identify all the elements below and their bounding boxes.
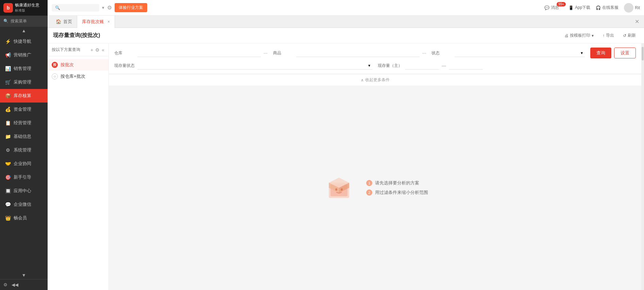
filter-bar: 仓库 ··· 商品 ··· 状态 ▾ bbox=[109, 43, 641, 74]
sidebar-item-label: 企业协同 bbox=[14, 161, 31, 167]
right-scrollbar[interactable] bbox=[641, 43, 644, 290]
status-select[interactable]: ▾ bbox=[455, 49, 585, 57]
finance-icon: 💰 bbox=[5, 106, 11, 112]
product-input[interactable] bbox=[296, 49, 420, 57]
add-scheme-btn[interactable]: + bbox=[90, 47, 93, 53]
sidebar-item-label: 新手引导 bbox=[14, 174, 31, 180]
scroll-down-btn[interactable]: ▼ bbox=[0, 271, 48, 279]
sidebar-item-quick-nav[interactable]: ⚡ 快捷导航 bbox=[0, 35, 48, 48]
left-panel-header-actions: + ⚙ « bbox=[90, 47, 104, 53]
topbar-search-box[interactable]: 🔍 bbox=[52, 4, 99, 12]
topbar-search-icon: 🔍 bbox=[55, 5, 60, 10]
collapse-label: 收起更多条件 bbox=[365, 77, 390, 83]
warehouse-input[interactable] bbox=[137, 49, 261, 57]
purchase-icon: 🛒 bbox=[5, 79, 11, 85]
sidebar-item-inventory[interactable]: 📦 库存核算 bbox=[0, 89, 48, 103]
sidebar-item-label: 资金管理 bbox=[14, 106, 31, 112]
export-label: 导出 bbox=[606, 33, 614, 38]
empty-state-inner: 1 请先选择要分析的方案 2 用过滤条件来缩小分析范围 bbox=[322, 171, 428, 205]
collapse-icon: ∧ bbox=[361, 78, 364, 83]
empty-state: 1 请先选择要分析的方案 2 用过滤条件来缩小分析范围 bbox=[109, 86, 641, 290]
sidebar-item-basic-info[interactable]: 📁 基础信息 bbox=[0, 130, 48, 143]
setting-button[interactable]: 设置 bbox=[614, 48, 636, 58]
sidebar-item-system[interactable]: ⚙ 系统管理 bbox=[0, 143, 48, 157]
sidebar-search[interactable]: 🔍 搜索菜单 bbox=[0, 16, 48, 27]
tab-close-btn[interactable]: × bbox=[107, 19, 110, 24]
topbar: 🔍 ▾ ⚙ 体验行业方案 💬 消息 99+ 📱 App下载 🎧 在线客服 Ri bbox=[48, 0, 644, 16]
tab-inventory-batch[interactable]: 库存批次账 × bbox=[77, 16, 115, 28]
tab-active-label: 库存批次账 bbox=[82, 19, 104, 25]
topbar-right: 💬 消息 99+ 📱 App下载 🎧 在线客服 Rit bbox=[544, 3, 640, 13]
product-filter-label: 商品 bbox=[273, 50, 293, 56]
sidebar-item-sales[interactable]: 📊 销售管理 bbox=[0, 62, 48, 75]
user-area[interactable]: Rit bbox=[624, 3, 640, 13]
empty-tip-1: 1 请先选择要分析的方案 bbox=[366, 180, 428, 186]
page-title: 现存量查询(按批次) bbox=[53, 32, 100, 39]
left-panel-list: 按 按批次 ○ 按仓库+批次 bbox=[48, 56, 108, 290]
tab-panel-close-btn[interactable]: ✕ bbox=[630, 18, 644, 25]
warehouse-filter: 仓库 ··· bbox=[114, 49, 268, 57]
tip-text-1: 请先选择要分析的方案 bbox=[375, 180, 419, 186]
online-service-label: 在线客服 bbox=[602, 5, 618, 11]
app-download-btn[interactable]: 📱 App下载 bbox=[569, 5, 590, 11]
inventory-qty-to[interactable] bbox=[449, 62, 483, 70]
sidebar-item-operations[interactable]: 📋 经营管理 bbox=[0, 116, 48, 130]
sidebar-item-newbie[interactable]: 🎯 新手引导 bbox=[0, 170, 48, 184]
content-area: 按以下方案查询 + ⚙ « 按 按批次 ○ 按 bbox=[48, 43, 644, 290]
sales-icon: 📊 bbox=[5, 66, 11, 72]
filter-row-1: 仓库 ··· 商品 ··· 状态 ▾ bbox=[114, 48, 636, 58]
brand-info: 畅康通好生意 标准版 bbox=[15, 3, 39, 13]
app-logo: b bbox=[3, 3, 13, 13]
sidebar-item-member[interactable]: 👑 畅会员 bbox=[0, 211, 48, 225]
online-service-btn[interactable]: 🎧 在线客服 bbox=[596, 5, 618, 11]
warehouse-dots[interactable]: ··· bbox=[264, 50, 268, 56]
search-icon: 🔍 bbox=[3, 19, 9, 23]
quick-nav-icon: ⚡ bbox=[5, 38, 11, 44]
print-icon: 🖨 bbox=[564, 33, 569, 38]
sidebar-item-enterprise[interactable]: 🤝 企业协同 bbox=[0, 157, 48, 170]
list-item-warehouse-batch[interactable]: ○ 按仓库+批次 bbox=[48, 71, 108, 82]
search-label: 搜索菜单 bbox=[11, 18, 27, 24]
tab-home[interactable]: 🏠 首页 bbox=[51, 16, 77, 28]
scroll-up-btn[interactable]: ▲ bbox=[0, 27, 48, 35]
product-filter: 商品 ··· bbox=[273, 49, 426, 57]
tabbar: 🏠 首页 库存批次账 × ✕ bbox=[48, 16, 644, 28]
collapse-more-btn[interactable]: ∧ 收起更多条件 bbox=[109, 74, 641, 86]
footer-settings-btn[interactable]: ⚙ bbox=[3, 282, 7, 287]
product-dots[interactable]: ··· bbox=[422, 50, 426, 56]
refresh-btn[interactable]: ↺ 刷新 bbox=[620, 31, 639, 40]
brand-edition: 标准版 bbox=[15, 8, 39, 13]
warehouse-batch-icon: ○ bbox=[52, 73, 58, 79]
sidebar-item-label: 快捷导航 bbox=[14, 38, 31, 44]
avatar bbox=[624, 3, 633, 13]
scheme-settings-btn[interactable]: ⚙ bbox=[95, 47, 100, 53]
list-item-batch[interactable]: 按 按批次 bbox=[48, 59, 108, 71]
marketing-icon: 📢 bbox=[5, 52, 11, 58]
topbar-left: 🔍 ▾ ⚙ 体验行业方案 bbox=[52, 3, 541, 12]
inventory-qty-from[interactable] bbox=[405, 62, 439, 70]
print-label: 按模板打印 bbox=[570, 33, 590, 38]
export-btn[interactable]: ↑ 导出 bbox=[600, 31, 617, 40]
sidebar-item-wechat[interactable]: 💬 企业微信 bbox=[0, 198, 48, 211]
query-button[interactable]: 查询 bbox=[590, 48, 611, 58]
experience-btn[interactable]: 体验行业方案 bbox=[115, 3, 147, 12]
collapse-left-btn[interactable]: « bbox=[102, 47, 104, 53]
sidebar-item-finance[interactable]: 💰 资金管理 bbox=[0, 103, 48, 116]
print-btn[interactable]: 🖨 按模板打印 ▾ bbox=[562, 31, 596, 40]
batch-item-icon: 按 bbox=[52, 62, 58, 68]
dropdown-icon[interactable]: ▾ bbox=[102, 5, 104, 10]
tip-number-1: 1 bbox=[366, 180, 372, 186]
sidebar-item-app-center[interactable]: 🔲 应用中心 bbox=[0, 184, 48, 198]
inventory-qty-filter: 现存量（主） — bbox=[378, 62, 636, 70]
filter-row-2: 现存量状态 ▾ 现存量（主） — bbox=[114, 62, 636, 70]
messages-icon: 💬 bbox=[544, 5, 549, 10]
refresh-icon: ↺ bbox=[623, 33, 626, 38]
inventory-status-select[interactable]: ▾ bbox=[137, 62, 372, 70]
sidebar-item-purchase[interactable]: 🛒 采购管理 bbox=[0, 75, 48, 89]
sidebar-item-marketing[interactable]: 📢 营销推广 bbox=[0, 48, 48, 62]
messages-btn[interactable]: 💬 消息 99+ bbox=[544, 5, 563, 11]
footer-audio-btn[interactable]: ◀◀ bbox=[12, 282, 18, 287]
tip-number-2: 2 bbox=[366, 189, 372, 196]
system-icon: ⚙ bbox=[5, 147, 11, 153]
settings-icon[interactable]: ⚙ bbox=[107, 4, 112, 11]
